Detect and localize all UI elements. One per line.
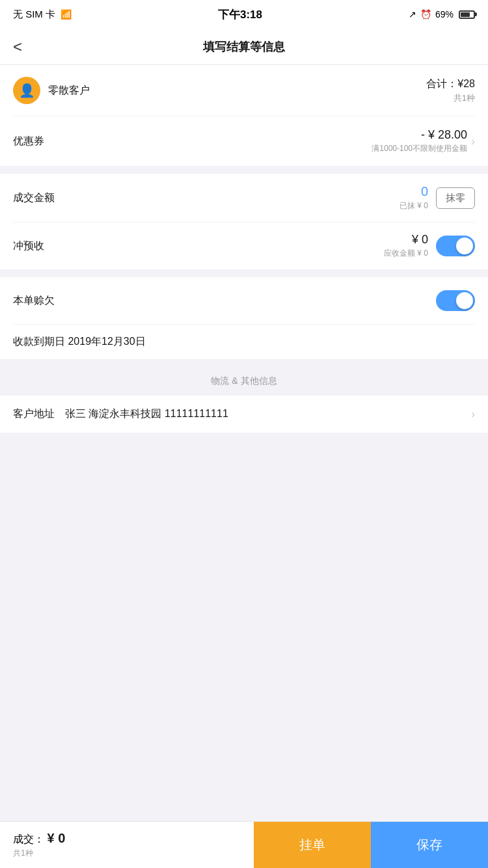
customer-name: 零散客户 (48, 84, 90, 98)
due-label: 收款到期日 (13, 336, 65, 347)
debt-row: 本单赊欠 (13, 277, 475, 324)
section-divider-3 (0, 359, 488, 367)
back-button[interactable]: < (8, 33, 27, 61)
address-section: 客户地址 张三 海淀永丰科技园 11111111111 › (0, 396, 488, 433)
coupon-desc: 满1000-100不限制使用金额 (372, 143, 467, 154)
address-value: 张三 海淀永丰科技园 11111111111 (65, 407, 471, 421)
amount-value-wrap: 0 已抹 ¥ 0 (400, 184, 428, 211)
status-time: 下午3:18 (218, 7, 262, 22)
toggle-knob (456, 237, 473, 254)
bottom-deal-line: 成交： ¥ 0 (13, 831, 241, 847)
bottom-bar: 成交： ¥ 0 共1种 挂单 保存 (0, 821, 488, 868)
prepay-right: ¥ 0 应收金额 ¥ 0 (384, 233, 475, 259)
wifi-icon: 📶 (61, 9, 72, 20)
amount-row: 成交金额 0 已抹 ¥ 0 抹零 (13, 174, 475, 223)
avatar: 👤 (13, 77, 40, 104)
status-bar: 无 SIM 卡 📶 下午3:18 ↗ ⏰ 69% (0, 0, 488, 29)
coupon-info: - ¥ 28.00 满1000-100不限制使用金额 (372, 128, 467, 154)
amount-label: 成交金额 (13, 191, 55, 205)
customer-row: 👤 零散客户 合计：¥28 共1种 (13, 65, 475, 116)
logistics-text: 物流 & 其他信息 (206, 375, 282, 387)
amount-value: 0 (400, 184, 428, 199)
carrier-text: 无 SIM 卡 (13, 8, 55, 21)
avatar-icon: 👤 (19, 83, 35, 98)
logistics-label: 物流 & 其他信息 (211, 375, 277, 387)
section-divider-2 (0, 269, 488, 277)
section-divider-4 (0, 433, 488, 563)
bottom-deal-label: 成交： (13, 834, 44, 845)
address-label: 客户地址 (13, 407, 55, 421)
logistics-divider: 物流 & 其他信息 (0, 367, 488, 396)
customer-section: 👤 零散客户 合计：¥28 共1种 (0, 65, 488, 116)
due-date-label: 收款到期日 2019年12月30日 (13, 336, 146, 347)
prepay-label: 冲预收 (13, 239, 44, 253)
amount-sub: 已抹 ¥ 0 (400, 200, 428, 211)
due-row: 收款到期日 2019年12月30日 (13, 324, 475, 359)
prepay-toggle[interactable] (436, 236, 475, 256)
round-button[interactable]: 抹零 (436, 187, 475, 209)
address-row[interactable]: 客户地址 张三 海淀永丰科技园 11111111111 › (13, 396, 475, 433)
debt-toggle-knob (456, 292, 473, 309)
coupon-amount: - ¥ 28.00 (372, 128, 467, 142)
alarm-icon: ⏰ (420, 9, 431, 20)
due-date-value: 2019年12月30日 (68, 336, 145, 347)
address-chevron-icon: › (471, 407, 475, 421)
nav-title: 填写结算等信息 (203, 39, 285, 55)
status-left: 无 SIM 卡 📶 (13, 8, 72, 21)
battery-percent: 69% (435, 9, 454, 20)
prepay-value-wrap: ¥ 0 应收金额 ¥ 0 (384, 233, 428, 259)
prepay-value: ¥ 0 (384, 233, 428, 247)
coupon-right: - ¥ 28.00 满1000-100不限制使用金额 › (372, 128, 475, 154)
prepay-row: 冲预收 ¥ 0 应收金额 ¥ 0 (13, 223, 475, 269)
hang-button[interactable]: 挂单 (254, 822, 371, 869)
bottom-deal-amount: ¥ 0 (47, 831, 65, 845)
nav-bar: < 填写结算等信息 (0, 29, 488, 65)
total-label: 合计： (426, 78, 457, 89)
total-amount: ¥28 (457, 78, 475, 89)
main-content: 👤 零散客户 合计：¥28 共1种 优惠券 - ¥ 28.00 满1000-10… (0, 65, 488, 615)
bottom-summary: 成交： ¥ 0 共1种 (0, 831, 254, 859)
save-button[interactable]: 保存 (371, 822, 488, 869)
coupon-label: 优惠券 (13, 135, 44, 148)
customer-right: 合计：¥28 共1种 (426, 77, 475, 104)
debt-label: 本单赊欠 (13, 294, 55, 308)
status-right: ↗ ⏰ 69% (409, 9, 475, 20)
customer-left: 👤 零散客户 (13, 77, 90, 104)
location-icon: ↗ (409, 9, 416, 20)
customer-count: 共1种 (426, 92, 475, 104)
debt-section: 本单赊欠 收款到期日 2019年12月30日 (0, 277, 488, 359)
debt-toggle[interactable] (436, 290, 475, 311)
battery-icon (459, 10, 475, 19)
coupon-section: 优惠券 - ¥ 28.00 满1000-100不限制使用金额 › (0, 116, 488, 166)
amount-section: 成交金额 0 已抹 ¥ 0 抹零 冲预收 ¥ 0 应收金额 ¥ 0 (0, 174, 488, 269)
chevron-right-icon: › (471, 135, 475, 148)
customer-total: 合计：¥28 (426, 77, 475, 91)
amount-right: 0 已抹 ¥ 0 抹零 (400, 184, 475, 211)
section-divider-1 (0, 166, 488, 174)
prepay-sub: 应收金额 ¥ 0 (384, 248, 428, 259)
bottom-count: 共1种 (13, 848, 241, 859)
coupon-row[interactable]: 优惠券 - ¥ 28.00 满1000-100不限制使用金额 › (13, 116, 475, 166)
